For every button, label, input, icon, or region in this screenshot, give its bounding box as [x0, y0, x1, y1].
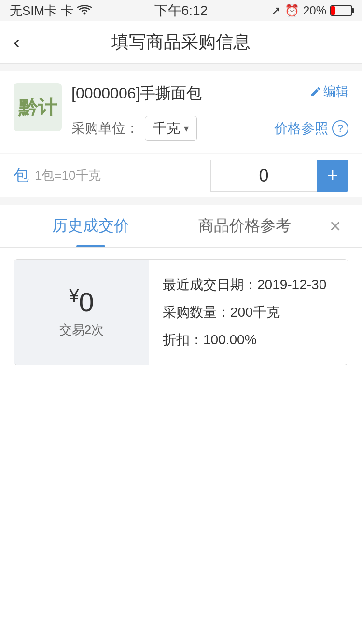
bottom-area	[0, 377, 362, 644]
back-button[interactable]: ‹	[14, 31, 20, 53]
product-image: 黔计	[14, 83, 62, 131]
tab2-label: 商品价格参考	[198, 215, 291, 237]
unit-info: 包 1包=10千克	[14, 165, 101, 186]
unit-label: 采购单位：	[71, 119, 139, 138]
tab-underline	[76, 245, 105, 247]
status-right: ↗ ⏰ 20%	[271, 4, 352, 17]
page-title: 填写商品采购信息	[111, 30, 251, 54]
wifi-icon	[77, 3, 92, 18]
unit-badge: 包	[14, 165, 29, 186]
price-ref-button[interactable]: 价格参照 ?	[274, 119, 348, 138]
transaction-price-panel: ¥0 交易2次	[14, 260, 149, 365]
tab1-label: 历史成交价	[52, 215, 129, 237]
location-icon: ↗	[271, 4, 281, 17]
product-header: 黔计 [0000006]手撕面包 编辑 采购单位： 千克	[14, 83, 348, 141]
price-symbol: ¥	[69, 286, 79, 306]
alarm-icon: ⏰	[285, 4, 299, 17]
product-info: [0000006]手撕面包 编辑 采购单位： 千克 ▾	[71, 83, 348, 141]
quantity-row: 包 1包=10千克 0 +	[0, 154, 362, 197]
transaction-card: ¥0 交易2次 最近成交日期：2019-12-30 采购数量：200千克 折扣：…	[14, 259, 348, 365]
product-name: [0000006]手撕面包	[71, 83, 202, 104]
battery-pct: 20%	[303, 4, 326, 17]
status-bar: 无SIM卡 卡 下午6:12 ↗ ⏰ 20%	[0, 0, 362, 21]
transaction-count: 交易2次	[59, 322, 104, 338]
tx-date-row: 最近成交日期：2019-12-30	[163, 275, 334, 294]
tab-close-button[interactable]: ×	[322, 215, 348, 237]
tabs-container: 历史成交价 商品价格参考 ×	[0, 205, 362, 248]
status-left: 无SIM卡 卡	[10, 2, 92, 19]
battery-icon	[330, 5, 352, 16]
quantity-control: 0 +	[210, 160, 348, 192]
unit-dropdown[interactable]: 千克 ▾	[145, 116, 197, 141]
svg-point-0	[84, 12, 86, 14]
tabs-row: 历史成交价 商品价格参考 ×	[0, 205, 362, 247]
price-ref-icon: ?	[332, 120, 348, 137]
status-time: 下午6:12	[154, 1, 208, 20]
sim-card-icon: 卡	[61, 2, 73, 19]
product-top-row: [0000006]手撕面包 编辑	[71, 83, 348, 104]
content-area: ¥0 交易2次 最近成交日期：2019-12-30 采购数量：200千克 折扣：…	[0, 248, 362, 377]
product-unit-row: 采购单位： 千克 ▾ 价格参照 ?	[71, 116, 348, 141]
quantity-input[interactable]: 0	[210, 160, 317, 192]
quantity-plus-button[interactable]: +	[317, 160, 348, 192]
product-logo: 黔计	[18, 98, 57, 117]
tab-history-price[interactable]: 历史成交价	[14, 205, 167, 247]
transaction-price: ¥0	[69, 286, 94, 318]
tab-price-ref[interactable]: 商品价格参考	[167, 205, 321, 247]
edit-button[interactable]: 编辑	[310, 83, 348, 100]
product-card: 黔计 [0000006]手撕面包 编辑 采购单位： 千克	[0, 71, 362, 153]
unit-conversion: 1包=10千克	[35, 167, 101, 184]
dropdown-arrow-icon: ▾	[184, 123, 189, 134]
transaction-details: 最近成交日期：2019-12-30 采购数量：200千克 折扣：100.00%	[149, 260, 348, 365]
carrier-text: 无SIM卡	[10, 2, 57, 19]
tx-quantity-row: 采购数量：200千克	[163, 303, 334, 322]
nav-bar: ‹ 填写商品采购信息	[0, 21, 362, 64]
tx-discount-row: 折扣：100.00%	[163, 330, 334, 349]
